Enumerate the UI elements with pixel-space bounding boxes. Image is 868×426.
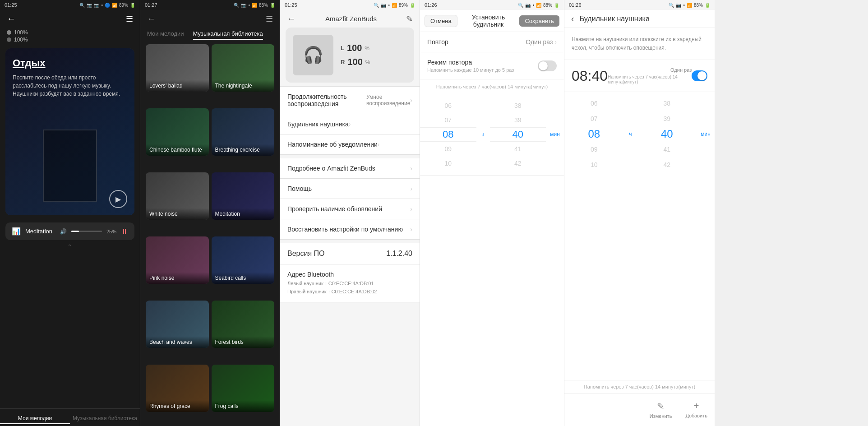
p5-hour-item[interactable]: 08: [564, 126, 624, 142]
np-progress[interactable]: [71, 231, 102, 232]
p5-hour-item[interactable]: 06: [564, 96, 624, 111]
p5-bottom-bar: ✎ Изменить + Добавить: [564, 393, 715, 426]
menu-item[interactable]: Проверить наличие обновлений›: [280, 199, 420, 219]
music-card-label: Breathing exercise: [212, 144, 275, 156]
p5-hour-item[interactable]: 09: [564, 142, 624, 157]
repeat-mode-toggle[interactable]: [538, 60, 557, 71]
hour-item[interactable]: 06: [420, 98, 476, 113]
swipe-indicator: ˜: [0, 244, 140, 253]
add-action-btn[interactable]: + Добавить: [685, 401, 707, 419]
add-action-label: Добавить: [685, 413, 707, 418]
repeat-value-text: Один раз: [526, 38, 553, 46]
p5-minute-item[interactable]: 41: [637, 142, 697, 157]
cancel-button[interactable]: Отмена: [425, 15, 457, 27]
battery-r-sym: %: [365, 59, 370, 65]
hero-card: Отдых Поспите после обеда или просто рас…: [5, 48, 134, 215]
menu-item[interactable]: Восстановить настройки по умолчанию›: [280, 219, 420, 240]
music-card[interactable]: Breathing exercise: [212, 108, 275, 156]
menu-item[interactable]: Подробнее о Amazfit ZenBuds›: [280, 158, 420, 179]
p5-minute-item[interactable]: 38: [637, 96, 697, 111]
edit-icon-3[interactable]: ✎: [406, 14, 413, 24]
alarm-toggle[interactable]: [692, 70, 707, 81]
minute-item[interactable]: 41: [490, 142, 546, 156]
chevron-icon: ›: [410, 205, 412, 213]
music-card[interactable]: White noise: [146, 172, 209, 220]
back-icon-1[interactable]: ←: [7, 14, 16, 24]
melody-tab-library[interactable]: Музыкальная библиотека: [193, 30, 263, 40]
menu-icon-2[interactable]: ☰: [266, 14, 273, 24]
p5-hour-unit: ч: [624, 126, 637, 142]
menu-item[interactable]: Помощь›: [280, 179, 420, 199]
hour-picker-col[interactable]: 0607080910: [420, 98, 476, 171]
np-bar[interactable]: [71, 231, 102, 232]
hour-item[interactable]: 08: [420, 127, 476, 142]
minute-item[interactable]: 42: [490, 156, 546, 171]
time-4: 01:26: [425, 2, 437, 8]
np-bar-fill: [71, 231, 79, 232]
hour-item[interactable]: 09: [420, 142, 476, 156]
p5-picker[interactable]: 0607080910ч3839404142мин: [564, 92, 715, 380]
save-button[interactable]: Сохранить: [519, 15, 559, 27]
hero-play-button[interactable]: ▶: [109, 190, 127, 208]
p5-hour-col[interactable]: 0607080910: [564, 92, 624, 182]
music-card[interactable]: Rhymes of grace: [146, 365, 209, 412]
time-display: 08:40: [572, 68, 608, 84]
melody-tab-my[interactable]: Мои мелодии: [147, 30, 184, 40]
battery-r-label: R: [341, 59, 345, 65]
music-card[interactable]: Frog calls: [212, 365, 275, 412]
music-card[interactable]: Meditation: [212, 172, 275, 220]
edit-action-label: Изменить: [650, 413, 672, 419]
battery-info: 100% 100%: [0, 28, 140, 45]
status-bar-1: 01:25 🔍📷📷• 🔵📶89%🔋: [0, 0, 140, 10]
equalizer-icon: 📊: [12, 227, 21, 236]
music-card[interactable]: Lovers' ballad: [146, 44, 209, 92]
music-card[interactable]: Seabird calls: [212, 236, 275, 284]
music-card[interactable]: The nightingale: [212, 44, 275, 92]
menu-icon-1[interactable]: ☰: [126, 14, 133, 24]
minute-unit: мин: [546, 127, 564, 142]
minute-item[interactable]: 40: [490, 127, 546, 142]
pause-button[interactable]: ⏸: [121, 227, 128, 236]
p5-minute-item[interactable]: 39: [637, 111, 697, 126]
time-once: Один раз: [670, 67, 692, 73]
panel-earphone-alarm: 01:26 🔍📷• 📶88%🔋 ‹ Будильник наушника Наж…: [564, 0, 715, 426]
back-icon-2[interactable]: ←: [147, 14, 156, 24]
music-card-label: Pink noise: [146, 272, 209, 284]
time-picker-4[interactable]: 0607080910ч3839404142мин: [420, 94, 564, 176]
bottom-tabs-1: Мои мелодии Музыкальная библиотека: [0, 408, 140, 426]
p5-hour-item[interactable]: 07: [564, 111, 624, 126]
edit-action-btn[interactable]: ✎ Изменить: [650, 401, 672, 419]
panel-rest: 01:25 🔍📷📷• 🔵📶89%🔋 ← ☰ 100% 100% Отдых По…: [0, 0, 140, 426]
tab-music-library[interactable]: Музыкальная библиотека: [70, 413, 140, 424]
p5-minute-item[interactable]: 42: [637, 157, 697, 172]
music-card[interactable]: Pink noise: [146, 236, 209, 284]
menu-item[interactable]: Продолжительность воспроизведенияУмное в…: [280, 86, 420, 114]
minute-picker-col[interactable]: 3839404142: [490, 98, 546, 171]
music-card[interactable]: Chinese bamboo flute: [146, 108, 209, 156]
hour-item[interactable]: 10: [420, 156, 476, 171]
back-button-5[interactable]: ‹: [571, 14, 574, 24]
music-card[interactable]: Forest birds: [212, 301, 275, 348]
repeat-row[interactable]: Повтор Один раз ›: [420, 32, 564, 52]
hour-item[interactable]: 07: [420, 113, 476, 127]
earbuds-card: 🎧 L 100 % R 100 %: [286, 28, 414, 83]
menu-item-label: Напоминание об уведомлении: [287, 141, 378, 148]
p5-minute-item[interactable]: 40: [637, 126, 697, 142]
menu-item[interactable]: Напоминание об уведомлении›: [280, 134, 420, 155]
menu-item[interactable]: Будильник наушника›: [280, 114, 420, 134]
minute-item[interactable]: 38: [490, 98, 546, 113]
tab-my-melodies[interactable]: Мои мелодии: [0, 413, 70, 424]
np-title: Meditation: [25, 228, 55, 235]
status-icons-2: 🔍📷• 📶88%🔋: [234, 3, 275, 8]
music-card[interactable]: Beach and waves: [146, 301, 209, 348]
bluetooth-row: Адрес BluetoothЛевый наушник：C0:EC:CE:4A…: [280, 264, 420, 302]
hour-unit: ч: [476, 127, 490, 142]
p5-minute-col[interactable]: 3839404142: [637, 92, 697, 182]
p5-minute-unit-col: мин: [697, 92, 715, 182]
minute-item[interactable]: 39: [490, 113, 546, 127]
p5-hour-item[interactable]: 10: [564, 157, 624, 172]
edit-action-icon: ✎: [657, 401, 665, 412]
back-icon-3[interactable]: ←: [287, 14, 296, 24]
repeat-value: Один раз ›: [526, 38, 557, 46]
top-bar-1: ← ☰: [0, 10, 140, 28]
